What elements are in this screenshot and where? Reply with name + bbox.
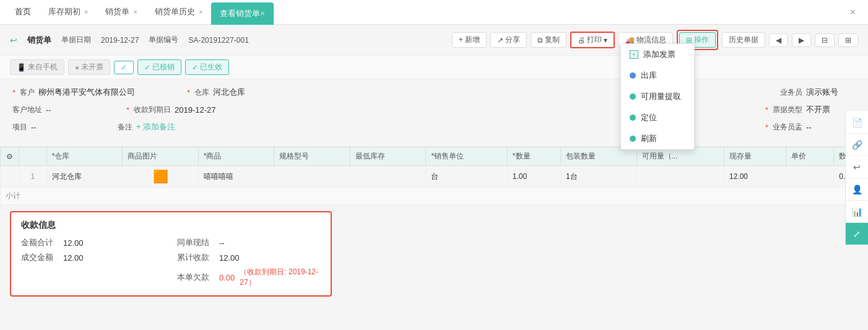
- doc-title: 销货单: [27, 35, 51, 46]
- prev-button[interactable]: ◀: [769, 33, 788, 47]
- form-row-3: 项目 -- 备注 + 添加备注 * 业务员盂 --: [12, 121, 856, 132]
- td-row-num: 1: [19, 166, 47, 188]
- trade-amount-value: 12.00: [63, 253, 84, 263]
- tab-view-sales-close[interactable]: ×: [260, 9, 265, 18]
- new-button[interactable]: + 新增: [452, 32, 487, 48]
- project-value: --: [31, 123, 80, 132]
- view-grid-button[interactable]: ⊟: [815, 33, 835, 47]
- form-area: * 客户 柳州粤港平安气体有限公司 * 仓库 河北仓库 业务员 演示账号 客户地…: [0, 79, 868, 147]
- right-sidebar: 📄 🔗 ↩ 👤 📊 ⤢: [845, 111, 868, 245]
- th-package: 包装数量: [560, 147, 636, 166]
- view-list-button[interactable]: ⊞: [838, 33, 858, 47]
- dropdown-available[interactable]: 可用量提取: [621, 86, 694, 107]
- verified-label: 已核销: [152, 62, 175, 72]
- check-icon-button[interactable]: ✓: [114, 61, 134, 74]
- form-row-1: * 客户 柳州粤港平安气体有限公司 * 仓库 河北仓库 业务员 演示账号: [12, 87, 856, 98]
- verified-button[interactable]: ✓ 已核销: [137, 59, 181, 75]
- payment-date-value: 2019-12-27: [175, 105, 224, 115]
- refresh-label: 刷新: [641, 133, 657, 144]
- td-stock: 12.00: [724, 166, 786, 188]
- warehouse-field: * 仓库 河北仓库: [187, 87, 263, 98]
- payment-date-field: * 收款到期日 2019-12-27: [126, 105, 224, 115]
- tab-home[interactable]: 首页: [6, 0, 40, 25]
- tab-sales-history-close[interactable]: ×: [199, 8, 202, 15]
- td-min-stock: [350, 166, 426, 188]
- history-button[interactable]: 历史单据: [722, 32, 765, 48]
- effective-icon: ✓: [192, 63, 198, 72]
- dropdown-locate[interactable]: 定位: [621, 107, 694, 128]
- td-settings: [1, 166, 19, 188]
- share-icon: ↗: [497, 36, 503, 45]
- address-field: 客户地址 --: [12, 105, 95, 115]
- sidebar-user-icon[interactable]: 👤: [846, 178, 868, 201]
- window-close[interactable]: ×: [844, 7, 862, 18]
- td-image: 🟧: [123, 166, 199, 188]
- from-mobile-button[interactable]: 📱 来自手机: [10, 59, 64, 75]
- sidebar-link-icon[interactable]: 🔗: [846, 134, 868, 156]
- add-invoice-label: 添加发票: [643, 49, 675, 60]
- sidebar-back-icon[interactable]: ↩: [846, 156, 868, 178]
- print-button[interactable]: 🖨 打印 ▾: [570, 32, 615, 48]
- ticket-type-label: 票据类型: [773, 105, 802, 115]
- from-mobile-label: 来自手机: [28, 62, 58, 72]
- same-order-label: 同单现结: [177, 237, 214, 248]
- status-toolbar: 📱 来自手机 ● 未开票 ✓ ✓ 已核销 ✓ 已生效: [0, 56, 868, 79]
- th-settings[interactable]: ⚙: [1, 147, 19, 166]
- same-order-value: --: [219, 238, 225, 248]
- th-product: *商品: [198, 147, 274, 166]
- th-quantity: *数量: [507, 147, 560, 166]
- total-amount-value: 12.00: [63, 238, 84, 248]
- tab-sales[interactable]: 销货单 ×: [97, 0, 145, 25]
- arrears-label: 本单欠款: [177, 272, 214, 283]
- verified-icon: ✓: [144, 63, 150, 72]
- cumulative-row: 累计收款 12.00: [177, 252, 321, 263]
- dropdown-outbound[interactable]: 出库: [621, 65, 694, 86]
- total-amount-row: 金额合计 12.00: [21, 237, 165, 248]
- print-icon: 🖨: [578, 36, 585, 45]
- not-open-button[interactable]: ● 未开票: [68, 59, 110, 75]
- th-available: 可用量（...: [636, 147, 724, 166]
- trade-amount-row: 成交金额 12.00: [21, 252, 165, 263]
- dropdown-refresh[interactable]: 刷新: [621, 128, 694, 149]
- arrears-value: 0.00: [219, 273, 235, 282]
- print-label: 打印: [587, 35, 602, 45]
- share-button[interactable]: ↗ 分享: [490, 32, 527, 48]
- th-unit: *销售单位: [426, 147, 507, 166]
- tab-sales-history[interactable]: 销货单历史 ×: [146, 0, 211, 25]
- tab-view-sales[interactable]: 查看销货单 ×: [211, 2, 274, 25]
- subtotal-row: 小计: [1, 188, 868, 205]
- warehouse-value: 河北仓库: [213, 87, 263, 98]
- payment-info-box: 收款信息 金额合计 12.00 同单现结 -- 成交金额 12.00 累计收款 …: [10, 211, 332, 297]
- sidebar-chart-icon[interactable]: 📊: [846, 201, 868, 223]
- locate-dot: [630, 115, 636, 121]
- same-order-row: 同单现结 --: [177, 237, 321, 248]
- effective-button[interactable]: ✓ 已生效: [185, 59, 229, 75]
- tab-inventory[interactable]: 库存期初 ×: [40, 0, 97, 25]
- customer-field: * 客户 柳州粤港平安气体有限公司: [12, 87, 137, 98]
- note-label: 备注: [118, 122, 132, 132]
- sales-staff-label: 业务员盂: [773, 122, 802, 132]
- invoice-icon: +: [630, 50, 638, 59]
- next-button[interactable]: ▶: [792, 33, 811, 47]
- tab-inventory-close[interactable]: ×: [84, 8, 88, 15]
- project-field: 项目 --: [12, 122, 80, 132]
- td-available: [636, 166, 724, 188]
- subtotal-label: 小计: [1, 188, 868, 205]
- outbound-dot: [630, 72, 636, 79]
- product-table: ⚙ *仓库 商品图片 *商品 规格型号 最低库存 *销售单位 *数量 包装数量 …: [0, 147, 868, 205]
- arrears-row: 本单欠款 0.00 （收款到期日: 2019-12-27）: [177, 267, 321, 288]
- sales-staff-field: * 业务员盂 --: [765, 122, 856, 132]
- product-table-wrapper: ⚙ *仓库 商品图片 *商品 规格型号 最低库存 *销售单位 *数量 包装数量 …: [0, 147, 868, 205]
- available-label: 可用量提取: [641, 91, 681, 102]
- dropdown-add-invoice[interactable]: + 添加发票: [621, 44, 694, 65]
- staff-value: 演示账号: [806, 87, 856, 98]
- tab-sales-close[interactable]: ×: [133, 8, 137, 15]
- sidebar-expand-icon[interactable]: ⤢: [846, 223, 868, 245]
- td-unit: 台: [426, 166, 507, 188]
- mobile-icon: 📱: [17, 63, 26, 72]
- copy-button[interactable]: ⧉ 复制: [531, 32, 566, 48]
- customer-value: 柳州粤港平安气体有限公司: [38, 87, 137, 98]
- copy-label: 复制: [545, 35, 560, 45]
- sidebar-doc-icon[interactable]: 📄: [846, 111, 868, 134]
- add-note-button[interactable]: + 添加备注: [136, 121, 175, 132]
